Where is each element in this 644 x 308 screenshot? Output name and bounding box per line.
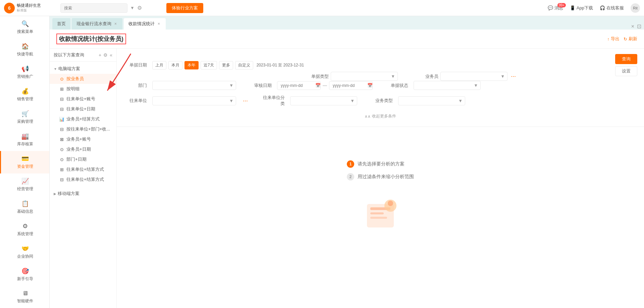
scheme-item-by-salesperson[interactable]: ⊙ 按业务员 (50, 74, 116, 84)
sidebar-item-search[interactable]: 🔍 搜索菜单 (0, 16, 49, 39)
message-item[interactable]: 💬 消息 99+ (548, 5, 563, 11)
scheme-collapse-icon[interactable]: « (110, 52, 112, 58)
logo-area: 6 畅捷通好生意 标准版 (4, 3, 54, 13)
scheme-item-icon-sp: 📊 (59, 116, 64, 122)
doc-type-select[interactable] (331, 72, 398, 81)
tab-close-all[interactable]: × (631, 23, 634, 30)
tab-home[interactable]: 首页 (52, 18, 70, 30)
date-btn-more[interactable]: 更多 (219, 61, 233, 69)
scheme-item-partner-pay1[interactable]: ⊞ 往来单位+结算方式 (50, 164, 116, 174)
scheme-item-partner-pay2[interactable]: ⊟ 往来单位+结算方式 (50, 174, 116, 185)
sidebar-item-marketing[interactable]: 📢 营销推广 (0, 61, 49, 84)
scheme-item-partner-acct[interactable]: ⊟ 往来单位+账号 (50, 94, 116, 104)
scheme-settings-icon[interactable]: ⚙ (103, 52, 108, 58)
empty-step-2-label: 用过滤条件来缩小分析范围 (358, 174, 414, 180)
finance-icon: 💳 (21, 155, 29, 162)
refresh-btn[interactable]: ↻ 刷新 (624, 36, 637, 42)
scheme-item-salesperson-acct[interactable]: ⊠ 业务员+账号 (50, 134, 116, 144)
sidebar-item-guide[interactable]: 🎯 新手引导 (0, 263, 49, 286)
partner-more-btn[interactable]: ··· (241, 97, 249, 104)
sales-icon: 💰 (21, 88, 29, 95)
sidebar-item-hardware[interactable]: 🖥 智能硬件 (0, 286, 49, 308)
sidebar-item-purchase[interactable]: 🛒 采购管理 (0, 106, 49, 129)
scheme-item-label-sa: 业务员+账号 (66, 136, 91, 142)
calendar-from-icon[interactable]: 📅 (315, 83, 321, 88)
date-btn-this-month[interactable]: 本月 (168, 61, 182, 69)
calendar-to-icon[interactable]: 📅 (367, 83, 373, 88)
sidebar-item-finance[interactable]: 💳 资金管理 (0, 151, 49, 173)
export-btn[interactable]: ↑ 导出 (607, 36, 620, 42)
doc-type-label: 单据类型 (311, 73, 329, 80)
sidebar-item-inventory[interactable]: 🏭 库存核算 (0, 129, 49, 151)
tab-bank-flow[interactable]: 现金银行流水查询 × (72, 18, 122, 30)
salesperson-select[interactable] (440, 72, 507, 81)
scheme-item-partner-dept[interactable]: ⊟ 按往来单位+部门+收... (50, 124, 116, 134)
tab-bank-flow-label: 现金银行流水查询 (76, 21, 111, 27)
tab-bank-flow-close[interactable]: × (113, 21, 118, 27)
ops-icon: 📈 (21, 177, 29, 185)
query-btn[interactable]: 查询 (615, 54, 637, 64)
tab-bar: 首页 现金银行流水查询 × 收款情况统计 × × ⊡ (50, 16, 644, 30)
collab-icon: 🤝 (21, 245, 29, 252)
hardware-icon: 🖥 (22, 290, 28, 297)
tab-collection-stats[interactable]: 收款情况统计 × (124, 18, 166, 30)
dropdown-icon[interactable]: ▼ (130, 5, 135, 10)
sidebar-item-base[interactable]: 📋 基础信息 (0, 196, 49, 218)
scheme-item-label-salesperson: 按业务员 (66, 76, 84, 82)
sidebar-item-sales[interactable]: 💰 销售管理 (0, 84, 49, 106)
date-btn-last-month[interactable]: 上月 (152, 61, 166, 69)
scheme-group-arrow-mobile: ▶ (54, 192, 56, 196)
partner-select[interactable] (152, 96, 236, 105)
biz-type-select[interactable] (398, 96, 465, 105)
collapse-btn[interactable]: ∧∧ 收起更多条件 (123, 111, 637, 121)
sidebar-label-finance: 资金管理 (17, 164, 33, 169)
scheme-item-salesperson-pay[interactable]: 📊 业务员+结算方式 (50, 114, 116, 124)
tab-collection-stats-close[interactable]: × (157, 21, 161, 27)
scheme-group-desktop-header[interactable]: ▼ 电脑端方案 (50, 64, 116, 74)
sidebar-label-hardware: 智能硬件 (17, 298, 33, 304)
sidebar-item-system[interactable]: ⚙ 系统管理 (0, 218, 49, 241)
doc-status-select[interactable] (414, 81, 481, 90)
scheme-header-label: 按以下方案查询 (54, 52, 84, 58)
date-btn-this-year[interactable]: 本年 (184, 61, 199, 69)
scheme-item-salesperson-date[interactable]: ⊙ 业务员+日期 (50, 144, 116, 154)
tab-maximize[interactable]: ⊡ (637, 23, 641, 30)
settings-btn[interactable]: 设置 (615, 66, 637, 76)
filter-row-1: 单据日期 上月 本月 本年 近7天 更多 自定义 2023-01-01 至 20… (123, 54, 637, 76)
scheme-group-mobile-header[interactable]: ▶ 移动端方案 (50, 189, 116, 199)
sidebar-item-nav[interactable]: 🏠 快捷导航 (0, 39, 49, 61)
date-btn-custom[interactable]: 自定义 (235, 61, 253, 69)
scheme-item-dept-date[interactable]: ⊙ 部门+日期 (50, 154, 116, 164)
sidebar-item-ops[interactable]: 📈 经营管理 (0, 173, 49, 196)
dept-select[interactable] (152, 81, 236, 90)
scheme-header: 按以下方案查询 + ⚙ « (50, 49, 116, 62)
biz-type-label: 业务类型 (369, 98, 393, 104)
app-download-item[interactable]: 📱 App下载 (570, 5, 593, 11)
scheme-item-detail[interactable]: ⊞ 按明细 (50, 84, 116, 94)
scheme-item-label-detail: 按明细 (66, 86, 79, 92)
step-num-1: 1 (347, 160, 354, 168)
user-avatar[interactable]: Rit (631, 3, 640, 13)
sidebar-item-collab[interactable]: 🤝 企业协同 (0, 241, 49, 263)
sidebar-label-marketing: 营销推广 (17, 74, 33, 80)
date-btn-last-7-days[interactable]: 近7天 (201, 61, 217, 69)
filter-panel: 单据日期 上月 本月 本年 近7天 更多 自定义 2023-01-01 至 20… (117, 49, 644, 127)
partner-category-select[interactable] (290, 96, 357, 105)
scheme-item-icon-pdept: ⊟ (59, 126, 64, 132)
doc-status-wrap: ▼ (414, 81, 481, 90)
sidebar-label-system: 系统管理 (17, 231, 33, 237)
filter-row-3: 往来单位 ▼ ··· 往来单位分类 ▼ 业务类型 (123, 95, 637, 107)
settings-icon[interactable]: ⚙ (137, 5, 142, 11)
scheme-item-partner-date[interactable]: ⊟ 往来单位+日期 (50, 104, 116, 114)
trial-btn[interactable]: 体验行业方案 (166, 3, 203, 13)
review-date-from[interactable] (277, 81, 321, 90)
salesperson-more-btn[interactable]: ··· (509, 73, 517, 80)
header-search-input[interactable] (60, 3, 127, 13)
scheme-item-icon-pp2: ⊟ (59, 177, 64, 182)
review-date-to[interactable] (329, 81, 373, 90)
online-service-item[interactable]: 🎧 在线客服 (600, 5, 624, 11)
empty-step-1: 1 请先选择要分析的方案 (347, 160, 405, 168)
export-icon: ↑ (607, 37, 610, 42)
scheme-add-icon[interactable]: + (99, 52, 101, 58)
app-logo: 6 (4, 3, 15, 13)
